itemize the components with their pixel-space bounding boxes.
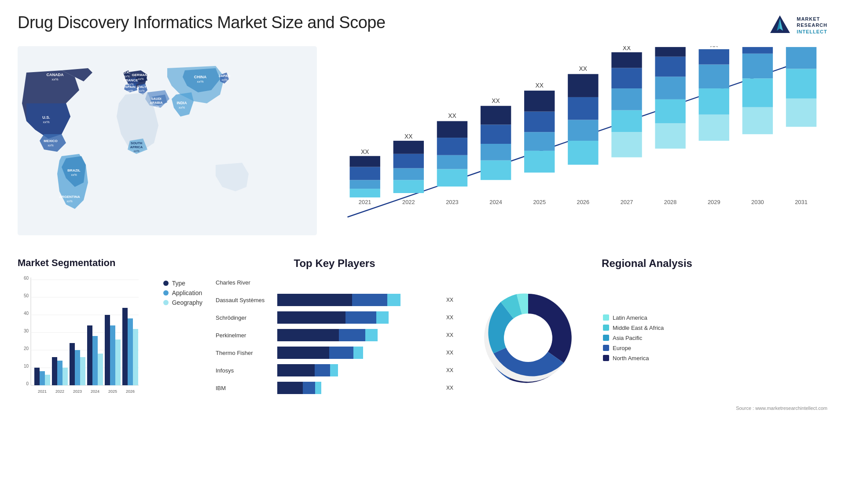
player-row-infosys: Infosys XX	[216, 364, 453, 376]
svg-text:2028: 2028	[664, 199, 677, 205]
legend-color-latin	[603, 314, 609, 321]
logo-container: MARKET RESEARCH INTELLECT	[768, 13, 827, 37]
svg-rect-126	[62, 368, 68, 385]
legend-north-america: North America	[603, 355, 664, 362]
svg-text:2021: 2021	[38, 389, 47, 394]
legend-europe: Europe	[603, 345, 664, 351]
player-bar-ibm	[277, 382, 440, 394]
svg-text:2022: 2022	[402, 199, 415, 205]
svg-text:xx%: xx%	[71, 173, 77, 176]
svg-text:CANADA: CANADA	[47, 73, 64, 77]
svg-rect-51	[437, 155, 467, 169]
world-map: CANADA xx% U.S. xx% MEXICO xx% BRAZIL xx…	[18, 46, 317, 244]
bar-seg-1	[277, 311, 345, 324]
growth-bar-chart: XX 2021 XX 2022 XX 2023	[326, 46, 827, 240]
svg-text:ARABIA: ARABIA	[150, 101, 163, 105]
svg-rect-44	[393, 180, 424, 193]
player-row-ibm: IBM XX	[216, 382, 453, 394]
logo-text: MARKET RESEARCH INTELLECT	[797, 16, 827, 35]
bar-seg-3	[387, 294, 400, 306]
player-value-thermofisher: XX	[446, 350, 453, 356]
player-name-dassault: Dassault Systèmes	[216, 297, 273, 303]
seg-legend: Type Application Geography	[159, 280, 202, 402]
svg-rect-62	[524, 151, 555, 173]
svg-text:xx%: xx%	[221, 78, 227, 81]
svg-text:0: 0	[26, 381, 29, 386]
svg-rect-88	[699, 115, 729, 141]
legend-text-europe: Europe	[613, 345, 631, 351]
svg-rect-100	[786, 99, 816, 127]
bar-seg-3	[365, 329, 378, 341]
svg-rect-59	[481, 106, 511, 125]
svg-rect-122	[45, 375, 50, 385]
segmentation-chart: 60 50 40 30 20 10 0	[18, 273, 141, 401]
svg-rect-63	[524, 132, 555, 151]
svg-rect-136	[105, 315, 110, 385]
svg-text:2022: 2022	[55, 389, 64, 394]
svg-text:2023: 2023	[446, 199, 459, 205]
svg-text:AFRICA: AFRICA	[130, 145, 143, 149]
svg-text:xx%: xx%	[179, 106, 185, 110]
player-row-thermofisher: Thermo Fisher XX	[216, 347, 453, 359]
svg-text:SPAIN: SPAIN	[125, 85, 136, 89]
svg-rect-68	[568, 141, 598, 165]
growth-chart-section: XX 2021 XX 2022 XX 2023	[326, 46, 827, 253]
svg-rect-40	[350, 167, 380, 180]
player-bar-schrodinger	[277, 311, 440, 324]
legend-dot-geography	[163, 300, 169, 305]
legend-dot-type	[163, 281, 169, 286]
player-bar-thermofisher	[277, 347, 440, 359]
bar-seg-1	[277, 382, 303, 394]
legend-text-north-america: North America	[613, 355, 649, 362]
regional-section: Regional Analysis	[467, 257, 827, 446]
svg-text:xx%: xx%	[48, 144, 53, 147]
bar-seg-1	[277, 347, 329, 359]
svg-rect-71	[568, 74, 598, 97]
player-row-schrodinger: Schrödinger XX	[216, 311, 453, 324]
svg-text:U.S.: U.S.	[42, 115, 50, 120]
svg-rect-129	[75, 350, 80, 385]
bar-seg-1	[277, 364, 315, 376]
svg-text:2030: 2030	[751, 199, 764, 205]
svg-text:2025: 2025	[108, 389, 117, 394]
bottom-section: Market Segmentation 60 50 40 30 20 10	[18, 257, 827, 446]
svg-rect-132	[87, 325, 92, 385]
player-value-schrodinger: XX	[446, 314, 453, 321]
svg-rect-85	[655, 47, 685, 57]
bar-seg-2	[303, 382, 315, 394]
svg-text:40: 40	[24, 311, 29, 316]
bar-seg-3	[353, 347, 363, 359]
svg-text:INDIA: INDIA	[176, 101, 187, 105]
map-section: CANADA xx% U.S. xx% MEXICO xx% BRAZIL xx…	[18, 46, 317, 253]
svg-rect-69	[568, 120, 598, 141]
svg-text:2029: 2029	[708, 199, 720, 205]
svg-rect-75	[611, 110, 642, 132]
svg-rect-137	[110, 325, 115, 385]
svg-rect-121	[40, 371, 45, 385]
players-title: Top Key Players	[211, 257, 458, 270]
svg-text:2025: 2025	[533, 199, 546, 205]
svg-text:xx%: xx%	[66, 200, 72, 203]
svg-rect-96	[742, 54, 773, 79]
svg-rect-46	[393, 154, 424, 168]
player-name-perkinelmer: Perkinelmer	[216, 332, 273, 339]
player-value-ibm: XX	[446, 385, 453, 391]
svg-text:xx%: xx%	[127, 89, 133, 92]
donut-with-legend: Latin America Middle East & Africa Asia …	[467, 276, 827, 399]
svg-rect-133	[92, 336, 98, 385]
svg-rect-91	[699, 49, 729, 65]
player-value-infosys: XX	[446, 367, 453, 373]
svg-rect-142	[133, 329, 138, 385]
svg-rect-38	[350, 189, 380, 197]
svg-text:2026: 2026	[126, 389, 135, 394]
svg-rect-141	[128, 318, 133, 385]
svg-rect-94	[742, 107, 773, 134]
svg-text:xx%: xx%	[138, 77, 143, 80]
legend-mea: Middle East & Africa	[603, 325, 664, 331]
svg-text:2027: 2027	[621, 199, 633, 205]
svg-rect-120	[34, 368, 40, 385]
svg-rect-102	[786, 47, 816, 69]
svg-rect-53	[437, 121, 467, 138]
svg-text:60: 60	[24, 276, 29, 281]
svg-rect-57	[481, 144, 511, 161]
